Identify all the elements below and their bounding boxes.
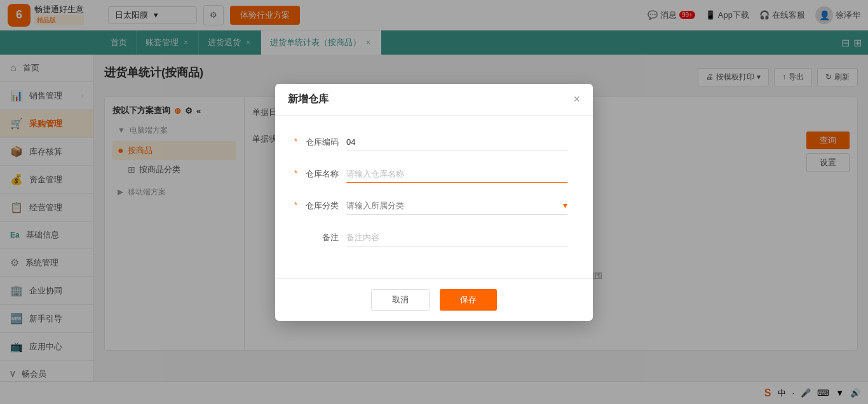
modal-body: 仓库编码 仓库名称 仓库分类 ▾ 备注 [275,116,593,278]
warehouse-name-input[interactable] [346,165,567,183]
warehouse-name-label: 仓库名称 [301,168,339,180]
warehouse-note-row: 备注 [301,229,567,246]
warehouse-category-input[interactable] [346,197,563,214]
warehouse-category-wrapper: ▾ [346,197,567,215]
category-dropdown-arrow-icon[interactable]: ▾ [563,200,567,210]
cancel-button[interactable]: 取消 [371,289,430,311]
modal-overlay: 新增仓库 × 仓库编码 仓库名称 仓库分类 ▾ [0,0,868,404]
warehouse-note-input[interactable] [346,229,567,246]
save-button[interactable]: 保存 [440,289,497,311]
warehouse-note-label: 备注 [301,232,339,243]
warehouse-code-row: 仓库编码 [301,133,567,151]
modal-header: 新增仓库 × [275,84,593,116]
warehouse-category-row: 仓库分类 ▾ [301,197,567,215]
warehouse-code-label: 仓库编码 [301,137,339,148]
new-warehouse-modal: 新增仓库 × 仓库编码 仓库名称 仓库分类 ▾ [275,84,593,321]
modal-title: 新增仓库 [288,93,329,106]
modal-close-icon[interactable]: × [573,93,580,106]
warehouse-category-label: 仓库分类 [301,200,339,212]
warehouse-code-input[interactable] [346,133,567,151]
warehouse-name-row: 仓库名称 [301,165,567,183]
modal-footer: 取消 保存 [275,278,593,321]
